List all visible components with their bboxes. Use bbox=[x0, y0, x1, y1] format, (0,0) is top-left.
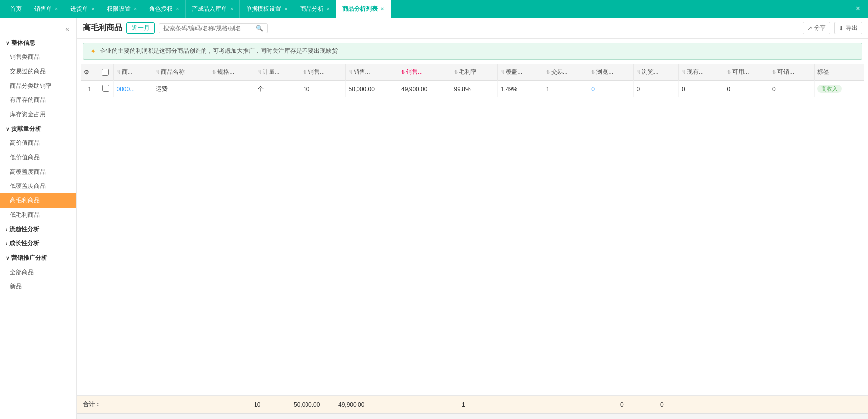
sidebar-group-trend[interactable]: › 流趋性分析 bbox=[0, 222, 76, 236]
footer-available: 0 bbox=[617, 401, 657, 408]
export-button[interactable]: ⬇ 导出 bbox=[834, 22, 862, 34]
col-header-num: ⚙ bbox=[81, 64, 99, 81]
sidebar-item-category-rate[interactable]: 商品分类助销率 bbox=[0, 79, 76, 93]
nav-tab-product-in[interactable]: 产成品入库单 × bbox=[186, 0, 240, 18]
horizontal-scrollbar[interactable] bbox=[77, 413, 868, 419]
sort-icon: ⇅ bbox=[501, 70, 505, 75]
chevron-right-icon: › bbox=[6, 241, 7, 246]
cell-gross-margin: 99.8% bbox=[451, 81, 498, 97]
footer-sales-amount: 50,000.00 bbox=[291, 401, 335, 408]
share-button[interactable]: ↗ 分享 bbox=[803, 22, 830, 34]
col-header-sales-profit: ⇅ 销售... bbox=[398, 64, 451, 81]
table-container[interactable]: ⚙ ⇅ 商... ⇅ bbox=[77, 64, 868, 395]
col-header-tag: 标签 bbox=[815, 64, 864, 81]
col-header-spec: ⇅ 规格... bbox=[209, 64, 255, 81]
sidebar-item-low-value[interactable]: 低价值商品 bbox=[0, 150, 76, 165]
close-icon[interactable]: × bbox=[176, 6, 179, 12]
sort-icon: ⇅ bbox=[117, 70, 121, 75]
col-header-transaction: ⇅ 交易... bbox=[543, 64, 588, 81]
col-header-name: ⇅ 商品名称 bbox=[153, 64, 209, 81]
sidebar-group-overall[interactable]: ∨ 整体信息 bbox=[0, 36, 76, 50]
cell-unit: 个 bbox=[255, 81, 300, 97]
sort-icon: ⇅ bbox=[637, 70, 641, 75]
sidebar-item-high-margin[interactable]: 高毛利商品 bbox=[0, 193, 76, 208]
table-footer: 合计： 10 50,000.00 49,900.00 1 0 0 bbox=[77, 395, 868, 413]
close-icon[interactable]: × bbox=[134, 6, 137, 12]
sidebar-item-low-coverage[interactable]: 低覆盖度商品 bbox=[0, 179, 76, 193]
close-icon[interactable]: × bbox=[284, 6, 287, 12]
cell-browse2: 0 bbox=[633, 81, 678, 97]
sidebar-item-stock-capital[interactable]: 库存资金占用 bbox=[0, 107, 76, 122]
col-header-unit: ⇅ 计量... bbox=[255, 64, 300, 81]
cell-saleable: 0 bbox=[769, 81, 815, 97]
page-title: 高毛利商品 bbox=[83, 23, 122, 33]
content-area: 高毛利商品 近一月 🔍 ↗ 分享 ⬇ 导出 ✦ 企业的主要的利润都是这部分商品创… bbox=[77, 18, 868, 419]
share-icon: ↗ bbox=[807, 25, 812, 32]
cell-sales-qty: 10 bbox=[300, 81, 345, 97]
cell-check bbox=[99, 81, 113, 97]
sidebar-item-traded-goods[interactable]: 交易过的商品 bbox=[0, 64, 76, 79]
sidebar-item-new-goods[interactable]: 新品 bbox=[0, 279, 76, 294]
cell-coverage: 1.49% bbox=[498, 81, 543, 97]
col-header-saleable: ⇅ 可销... bbox=[769, 64, 815, 81]
nav-tab-analysis-list[interactable]: 商品分析列表 × bbox=[336, 0, 390, 18]
row-checkbox[interactable] bbox=[102, 85, 109, 92]
sort-icon: ⇅ bbox=[349, 70, 353, 75]
sidebar-group-contribution[interactable]: ∨ 贡献量分析 bbox=[0, 122, 76, 136]
col-header-coverage: ⇅ 覆盖... bbox=[498, 64, 543, 81]
nav-tab-analysis[interactable]: 商品分析 × bbox=[294, 0, 336, 18]
sort-icon: ⇅ bbox=[546, 70, 550, 75]
sidebar: « ∨ 整体信息 销售类商品 交易过的商品 商品分类助销率 有库存的商品 库存资… bbox=[0, 18, 77, 419]
col-header-current: ⇅ 现有... bbox=[679, 64, 724, 81]
sort-icon: ⇅ bbox=[682, 70, 686, 75]
period-button[interactable]: 近一月 bbox=[126, 22, 155, 34]
sort-icon: ⇅ bbox=[258, 70, 262, 75]
cell-sales-profit: 49,900.00 bbox=[398, 81, 451, 97]
close-icon[interactable]: × bbox=[230, 6, 233, 12]
cell-spec bbox=[209, 81, 255, 97]
info-icon: ✦ bbox=[90, 47, 96, 55]
sidebar-group-marketing[interactable]: ∨ 营销推广分析 bbox=[0, 251, 76, 265]
sidebar-item-low-margin[interactable]: 低毛利商品 bbox=[0, 208, 76, 222]
col-header-check bbox=[99, 64, 113, 81]
cell-current: 0 bbox=[679, 81, 724, 97]
cell-code[interactable]: 0000... bbox=[113, 81, 153, 97]
sidebar-item-stocked-goods[interactable]: 有库存的商品 bbox=[0, 93, 76, 107]
cell-num: 1 bbox=[81, 81, 99, 97]
sort-icon: ⇅ bbox=[772, 70, 776, 75]
sidebar-group-growth[interactable]: › 成长性分析 bbox=[0, 236, 76, 251]
footer-label: 合计： bbox=[83, 400, 112, 409]
nav-tab-template[interactable]: 单据模板设置 × bbox=[240, 0, 294, 18]
cell-sales-amount: 50,000.00 bbox=[345, 81, 398, 97]
sidebar-item-sales-goods[interactable]: 销售类商品 bbox=[0, 50, 76, 64]
nav-tab-role[interactable]: 角色授权 × bbox=[143, 0, 185, 18]
close-icon[interactable]: × bbox=[381, 6, 384, 12]
cell-browse1[interactable]: 0 bbox=[588, 81, 633, 97]
close-icon[interactable]: × bbox=[91, 6, 94, 12]
sidebar-item-all-goods[interactable]: 全部商品 bbox=[0, 265, 76, 279]
chevron-right-icon: › bbox=[6, 227, 7, 232]
select-all-checkbox[interactable] bbox=[102, 69, 109, 76]
nav-tab-permission[interactable]: 权限设置 × bbox=[101, 0, 143, 18]
search-icon[interactable]: 🔍 bbox=[256, 25, 263, 32]
sidebar-item-high-coverage[interactable]: 高覆盖度商品 bbox=[0, 165, 76, 179]
sidebar-collapse-button[interactable]: « bbox=[62, 24, 72, 34]
top-navigation: 首页 销售单 × 进货单 × 权限设置 × 角色授权 × 产成品入库单 × 单据… bbox=[0, 0, 868, 18]
col-header-sales-amount: ⇅ 销售... bbox=[345, 64, 398, 81]
chevron-down-icon: ∨ bbox=[6, 40, 9, 46]
sort-icon: ⇅ bbox=[156, 70, 160, 75]
nav-tab-home[interactable]: 首页 bbox=[4, 0, 28, 18]
nav-tab-sales[interactable]: 销售单 × bbox=[28, 0, 64, 18]
window-close-button[interactable]: × bbox=[852, 4, 864, 13]
nav-tab-purchase[interactable]: 进货单 × bbox=[64, 0, 101, 18]
settings-icon[interactable]: ⚙ bbox=[84, 69, 89, 76]
sidebar-item-high-value[interactable]: 高价值商品 bbox=[0, 136, 76, 150]
col-header-gross-margin: ⇅ 毛利率 bbox=[451, 64, 498, 81]
search-input[interactable] bbox=[163, 25, 256, 32]
footer-transaction: 1 bbox=[459, 401, 499, 408]
close-icon[interactable]: × bbox=[327, 6, 330, 12]
footer-available2: 0 bbox=[657, 401, 697, 408]
sort-icon: ⇅ bbox=[454, 70, 458, 75]
close-icon[interactable]: × bbox=[55, 6, 58, 12]
cell-available: 0 bbox=[724, 81, 769, 97]
